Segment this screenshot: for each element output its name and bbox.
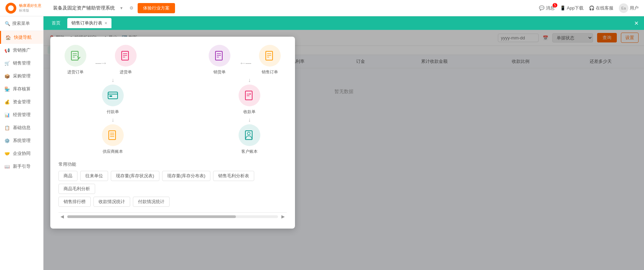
content-body: ❓ 帮助 🖨 按模板打印 ▾ ⬆ 导出 🔄 刷新 — [43, 30, 644, 270]
trial-btn[interactable]: 体验行业方案 — [138, 3, 175, 13]
top-bar-actions: 💬 消息 5 📱 App下载 🎧 在线客服 Ea 用户 — [539, 3, 639, 13]
btn-payment-stats[interactable]: 付款情况统计 — [133, 197, 170, 207]
purchase-order-node: 进货订单 — [58, 45, 92, 75]
logo-area: 畅康通好生意 标准版 — [5, 3, 49, 14]
customer-ledger-node: 客户账本 — [232, 124, 266, 155]
sidebar-item-operations[interactable]: 📊 经营管理 — [0, 108, 43, 121]
sidebar: 🔍 搜索菜单 🏠 快捷导航 📢 营销推广 🛒 销售管理 📦 采购管理 — [0, 16, 43, 270]
flow-row-2: ↓ 付款单 — [58, 76, 287, 115]
btn-sales-margin[interactable]: 销售毛利分析表 — [213, 171, 254, 181]
tab-close-icon[interactable]: ✕ — [104, 21, 107, 25]
receipt-bill-icon: ¥ — [239, 85, 260, 106]
home-icon: 🏠 — [5, 34, 11, 40]
purchase-icon: 📦 — [4, 73, 10, 79]
scroll-track[interactable] — [67, 215, 278, 218]
settings-icon[interactable]: ⚙ — [129, 5, 134, 11]
svg-text:¥: ¥ — [249, 92, 251, 95]
btn-stock-dist[interactable]: 现存量(库存分布表) — [162, 171, 211, 181]
btn-receipt-stats[interactable]: 收款情况统计 — [93, 197, 130, 207]
supplier-ledger-label: 供应商账本 — [103, 149, 123, 155]
message-badge: 5 — [553, 3, 557, 7]
sidebar-item-marketing[interactable]: 📢 营销推广 — [0, 44, 43, 57]
top-bar: 畅康通好生意 标准版 装备及固定资产辅助管理系统 ▾ ⚙ 体验行业方案 💬 消息… — [0, 0, 644, 16]
sidebar-item-system[interactable]: ⚙️ 系统管理 — [0, 134, 43, 147]
svg-rect-13 — [266, 51, 273, 60]
btn-product[interactable]: 商品 — [58, 171, 77, 181]
sidebar-item-purchase[interactable]: 📦 采购管理 — [0, 70, 43, 83]
content-area: 首页 销售订单执行表 ✕ ✕ ❓ 帮助 🖨 按模板打印 — [43, 16, 644, 270]
flow-diagram: 进货订单 - - -→ — [58, 45, 287, 155]
svg-rect-5 — [122, 51, 128, 60]
btn-stock-status[interactable]: 现存量(库存状况表) — [111, 171, 159, 181]
purchase-bill-icon — [115, 45, 137, 67]
svg-rect-9 — [215, 51, 222, 60]
sidebar-item-finance[interactable]: 💰 资金管理 — [0, 95, 43, 108]
scroll-thumb — [67, 215, 236, 218]
operations-icon: 📊 — [4, 112, 10, 118]
logo-icon — [5, 3, 16, 14]
sidebar-item-sales[interactable]: 🛒 销售管理 — [0, 57, 43, 70]
avatar: Ea — [619, 3, 628, 13]
user-label: 用户 — [630, 5, 639, 11]
btn-customer-supplier[interactable]: 往来单位 — [80, 171, 108, 181]
down-arrow-3: ↓ 供应商账本 — [92, 116, 130, 155]
message-btn[interactable]: 💬 消息 5 — [539, 5, 555, 11]
main-area: 🔍 搜索菜单 🏠 快捷导航 📢 营销推广 🛒 销售管理 📦 采购管理 — [0, 16, 644, 270]
guide-icon: 📖 — [4, 163, 10, 169]
close-tab-btn[interactable]: ✕ — [631, 20, 641, 26]
flow-row-3: ↓ 供应商账本 — [58, 116, 287, 155]
marketing-icon: 📢 — [4, 47, 10, 53]
down-arrow-2: ↓ ¥ 收款单 — [232, 76, 287, 115]
flow-modal: 进货订单 - - -→ — [50, 37, 295, 229]
svg-rect-1 — [71, 51, 78, 60]
sales-bill-label: 销货单 — [213, 69, 226, 75]
supplier-ledger-node: 供应商账本 — [96, 124, 130, 155]
flow-row-1: 进货订单 - - -→ — [58, 45, 287, 75]
tab-home[interactable]: 首页 — [46, 18, 66, 28]
user-area[interactable]: Ea 用户 — [619, 3, 639, 13]
sales-order-node: 销售订单 — [253, 45, 287, 75]
customer-ledger-label: 客户账本 — [241, 149, 258, 155]
tab-sales-exec[interactable]: 销售订单执行表 ✕ — [67, 18, 111, 28]
supplier-ledger-icon — [102, 124, 124, 146]
common-btns-row-1: 商品 往来单位 现存量(库存状况表) 现存量(库存分布表) 销售毛利分析表 商品… — [58, 171, 287, 194]
btn-product-margin[interactable]: 商品毛利分析 — [58, 184, 95, 194]
purchase-bill-label: 进货单 — [120, 69, 132, 75]
scroll-left-btn[interactable]: ◀ — [58, 214, 66, 219]
sales-icon: 🛒 — [4, 60, 10, 66]
svg-rect-24 — [109, 131, 116, 140]
logo-sub: 标准版 — [19, 8, 41, 13]
system-title: 装备及固定资产辅助管理系统 — [53, 5, 115, 11]
btn-sales-rank[interactable]: 销售排行榜 — [58, 197, 91, 207]
payment-bill-node: 付款单 — [96, 85, 130, 115]
sidebar-item-inventory[interactable]: 🏪 库存核算 — [0, 83, 43, 95]
svg-point-0 — [8, 5, 14, 11]
purchase-order-icon — [65, 45, 86, 67]
sidebar-item-quick-nav[interactable]: 🏠 快捷导航 — [0, 31, 43, 44]
down-arrow-1: ↓ 付款单 — [92, 76, 130, 115]
sales-bill-icon — [209, 45, 230, 67]
sales-order-icon — [259, 45, 281, 67]
sales-bill-node: 销货单 — [203, 45, 237, 75]
sidebar-search-area: 🔍 搜索菜单 — [0, 16, 43, 31]
down-arrow-4: ↓ 客户账本 — [232, 116, 287, 155]
svg-rect-17 — [108, 92, 118, 99]
app-download-btn[interactable]: 📱 App下载 — [560, 5, 584, 11]
payment-bill-icon — [102, 85, 124, 106]
sidebar-item-enterprise[interactable]: 🤝 企业协同 — [0, 147, 43, 160]
customer-ledger-icon — [239, 124, 260, 146]
receipt-bill-label: 收款单 — [243, 109, 256, 115]
system-icon: ⚙️ — [4, 138, 10, 144]
online-service-btn[interactable]: 🎧 在线客服 — [589, 5, 613, 11]
sidebar-item-guide[interactable]: 📖 新手引导 — [0, 160, 43, 173]
common-btns-row-2: 销售排行榜 收款情况统计 付款情况统计 — [58, 197, 287, 207]
sales-order-label: 销售订单 — [262, 69, 278, 75]
scroll-right-btn[interactable]: ▶ — [279, 214, 287, 219]
search-menu-btn[interactable]: 🔍 搜索菜单 — [3, 19, 40, 28]
basic-icon: 📋 — [4, 125, 10, 131]
headset-icon: 🎧 — [589, 5, 594, 11]
dropdown-icon[interactable]: ▾ — [120, 5, 123, 11]
modal-overlay: 进货订单 - - -→ — [43, 30, 644, 270]
finance-icon: 💰 — [4, 99, 10, 105]
sidebar-item-basic[interactable]: 📋 基础信息 — [0, 121, 43, 134]
